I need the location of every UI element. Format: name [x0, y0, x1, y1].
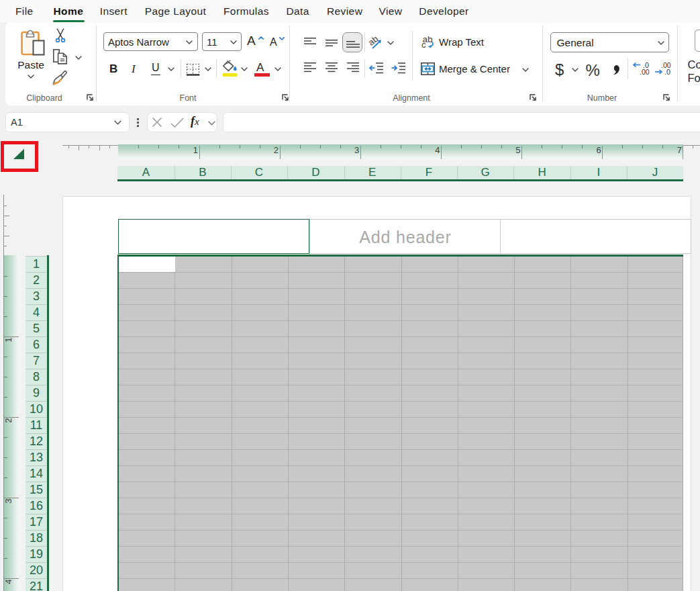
svg-text:.0: .0	[664, 68, 670, 76]
svg-text:.00: .00	[640, 68, 650, 76]
svg-text:c: c	[421, 40, 426, 50]
